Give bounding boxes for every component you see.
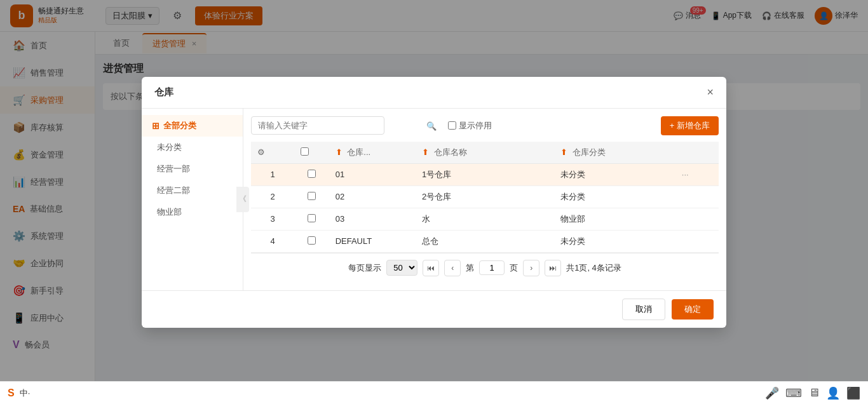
row-num: 2 bbox=[251, 185, 294, 208]
th-action bbox=[675, 142, 719, 164]
table-header: ⚙ ⬆ 仓库... ⬆ bbox=[251, 142, 719, 164]
modal-title: 仓库 bbox=[154, 86, 173, 98]
row-category: 未分类 bbox=[554, 230, 675, 252]
warehouse-table-wrap: ⚙ ⬆ 仓库... ⬆ bbox=[251, 142, 719, 253]
page-last-btn[interactable]: ⏭ bbox=[545, 260, 561, 276]
modal-body: ⊞ 全部分类 未分类 经营一部 经营二部 物业部 《 bbox=[142, 109, 726, 290]
add-warehouse-btn[interactable]: + 新增仓库 bbox=[661, 116, 719, 135]
category-unclassified[interactable]: 未分类 bbox=[142, 137, 243, 158]
row-checkbox[interactable] bbox=[308, 170, 316, 178]
table-row[interactable]: 1 01 1号仓库 未分类 ··· bbox=[251, 163, 719, 185]
taskbar-left: S 中· bbox=[8, 387, 30, 399]
taskbar-right: 🎤 ⌨ 🖥 👤 ⬛ bbox=[765, 386, 860, 400]
row-checkbox[interactable] bbox=[308, 236, 316, 245]
pagination-bar: 每页显示 50 ⏮ ‹ 第 页 › ⏭ 共1页, 4条记录 bbox=[251, 253, 719, 283]
modal-main-area: 🔍 显示停用 + 新增仓库 ⚙ bbox=[243, 109, 726, 290]
table-row[interactable]: 4 DEFAULT 总仓 未分类 bbox=[251, 230, 719, 252]
sort-icon3: ⬆ bbox=[560, 147, 567, 157]
all-categories-item[interactable]: ⊞ 全部分类 bbox=[142, 115, 243, 137]
row-action bbox=[675, 230, 719, 252]
modal-category-sidebar: ⊞ 全部分类 未分类 经营一部 经营二部 物业部 《 bbox=[142, 109, 243, 290]
square-icon[interactable]: ⬛ bbox=[846, 386, 860, 400]
keyboard-icon[interactable]: ⌨ bbox=[785, 386, 802, 400]
mic-icon[interactable]: 🎤 bbox=[765, 386, 779, 400]
warehouse-search-input[interactable] bbox=[251, 116, 384, 135]
taskbar: S 中· 🎤 ⌨ 🖥 👤 ⬛ bbox=[0, 381, 868, 404]
row-num: 1 bbox=[251, 163, 294, 185]
row-code: 03 bbox=[329, 208, 416, 230]
cancel-btn[interactable]: 取消 bbox=[622, 299, 665, 320]
page-prev-btn[interactable]: ‹ bbox=[444, 260, 461, 276]
row-checkbox[interactable] bbox=[308, 214, 316, 222]
search-icon[interactable]: 🔍 bbox=[426, 121, 437, 130]
user-icon[interactable]: 👤 bbox=[826, 386, 840, 400]
th-category[interactable]: ⬆ 仓库分类 bbox=[554, 142, 675, 164]
modal-header: 仓库 × bbox=[142, 77, 726, 109]
row-action bbox=[675, 208, 719, 230]
row-check[interactable] bbox=[294, 163, 329, 185]
page-number-input[interactable] bbox=[479, 260, 505, 275]
sort-icon: ⬆ bbox=[336, 147, 342, 157]
page-first-btn[interactable]: ⏮ bbox=[423, 260, 439, 276]
chevron-left-icon: 《 bbox=[239, 194, 247, 205]
row-name: 1号仓库 bbox=[416, 163, 554, 185]
category-business1[interactable]: 经营一部 bbox=[142, 158, 243, 180]
row-code: 01 bbox=[329, 163, 416, 185]
warehouse-table-body: 1 01 1号仓库 未分类 ··· 2 02 2 bbox=[251, 163, 719, 252]
row-name: 总仓 bbox=[416, 230, 554, 252]
grid-icon: ⊞ bbox=[152, 121, 159, 131]
taskbar-brand: S bbox=[8, 387, 15, 399]
monitor-icon[interactable]: 🖥 bbox=[808, 386, 820, 400]
category-business2[interactable]: 经营二部 bbox=[142, 180, 243, 201]
table-row[interactable]: 2 02 2号仓库 未分类 bbox=[251, 185, 719, 208]
row-check[interactable] bbox=[294, 208, 329, 230]
modal-actions: 取消 确定 bbox=[142, 290, 726, 328]
confirm-btn[interactable]: 确定 bbox=[672, 299, 714, 320]
row-category: 未分类 bbox=[554, 163, 675, 185]
page-size-select[interactable]: 50 bbox=[386, 260, 417, 276]
row-name: 水 bbox=[416, 208, 554, 230]
row-num: 4 bbox=[251, 230, 294, 252]
table-gear-icon[interactable]: ⚙ bbox=[257, 147, 265, 157]
show-disabled-checkbox-label[interactable]: 显示停用 bbox=[448, 120, 492, 131]
row-checkbox[interactable] bbox=[308, 192, 316, 200]
table-row[interactable]: 3 03 水 物业部 bbox=[251, 208, 719, 230]
row-check[interactable] bbox=[294, 185, 329, 208]
th-check bbox=[294, 142, 329, 164]
th-name[interactable]: ⬆ 仓库名称 bbox=[416, 142, 554, 164]
modal-overlay: 仓库 × ⊞ 全部分类 未分类 经营一部 经营二部 bbox=[0, 0, 868, 404]
row-code: DEFAULT bbox=[329, 230, 416, 252]
select-all-checkbox[interactable] bbox=[301, 147, 309, 156]
page-next-btn[interactable]: › bbox=[523, 260, 539, 276]
th-code[interactable]: ⬆ 仓库... bbox=[329, 142, 416, 164]
row-more-icon[interactable]: ··· bbox=[682, 170, 689, 179]
row-category: 物业部 bbox=[554, 208, 675, 230]
search-wrap: 🔍 bbox=[251, 116, 442, 135]
row-check[interactable] bbox=[294, 230, 329, 252]
sort-icon2: ⬆ bbox=[422, 147, 429, 157]
row-num: 3 bbox=[251, 208, 294, 230]
row-code: 02 bbox=[329, 185, 416, 208]
row-category: 未分类 bbox=[554, 185, 675, 208]
sidebar-collapse-btn[interactable]: 《 bbox=[236, 187, 249, 212]
taskbar-brand-text: 中· bbox=[20, 387, 31, 399]
modal-close-icon[interactable]: × bbox=[707, 86, 714, 99]
row-action bbox=[675, 185, 719, 208]
warehouse-modal: 仓库 × ⊞ 全部分类 未分类 经营一部 经营二部 bbox=[142, 77, 726, 328]
row-action: ··· bbox=[675, 163, 719, 185]
modal-toolbar: 🔍 显示停用 + 新增仓库 bbox=[251, 116, 719, 135]
category-property[interactable]: 物业部 bbox=[142, 201, 243, 223]
show-disabled-checkbox[interactable] bbox=[448, 121, 456, 130]
th-gear: ⚙ bbox=[251, 142, 294, 164]
row-name: 2号仓库 bbox=[416, 185, 554, 208]
warehouse-table: ⚙ ⬆ 仓库... ⬆ bbox=[251, 142, 719, 253]
